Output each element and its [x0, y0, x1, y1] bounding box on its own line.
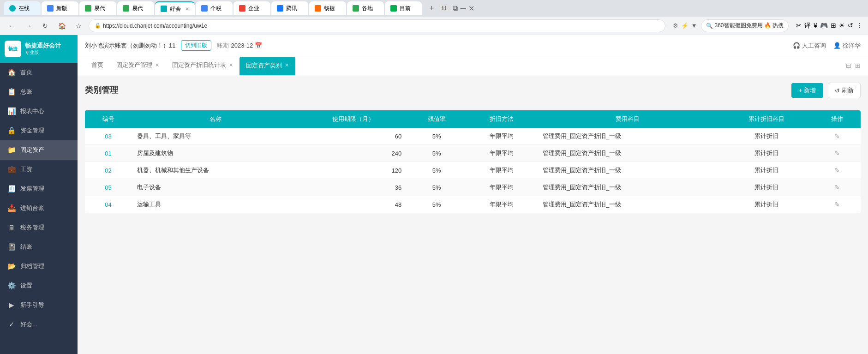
col-header-period: 使用期限（月） [300, 110, 407, 128]
cell-name-3: 电子设备 [132, 179, 299, 196]
settings-menu-icon[interactable]: ⋮ [856, 22, 862, 30]
cell-method-0: 年限平均 [466, 128, 537, 145]
browser-tab-yidai1[interactable]: 易代 [79, 1, 116, 15]
close-window-button[interactable]: ✕ [468, 4, 474, 13]
cell-rate-0: 5% [407, 128, 466, 145]
closing-icon: 📓 [7, 243, 16, 251]
sidebar-item-funds[interactable]: 🔒 资金管理 [0, 121, 78, 140]
search-icon: 🔍 [706, 23, 713, 29]
tab-fixed-assets-mgmt-close[interactable]: ✕ [155, 62, 159, 68]
code-link-0[interactable]: 03 [105, 133, 111, 140]
funds-icon: 🔒 [7, 126, 16, 135]
sidebar-item-haohui[interactable]: ✓ 好会... [0, 315, 78, 334]
tab-asset-category[interactable]: 固定资产类别 ✕ [239, 57, 295, 75]
wallet-icon[interactable]: ¥ [814, 22, 817, 30]
browser-search-bar[interactable]: 🔍 360智能抠图免费用 🔥 热搜 [701, 19, 789, 32]
browser-tab-gedi[interactable]: 各地 [347, 1, 384, 15]
switch-to-old-version-button[interactable]: 切到旧版 [181, 40, 211, 51]
table-row: 03 器具、工具、家具等 60 5% 年限平均 管理费用_固定资产折旧_一级 累… [85, 128, 861, 145]
edit-button-2[interactable]: ✎ [834, 167, 840, 174]
add-button[interactable]: + 新增 [791, 83, 823, 98]
brightness-icon[interactable]: ☀ [839, 22, 845, 30]
cell-period-3: 36 [300, 179, 407, 196]
translate-icon[interactable]: 译 [804, 22, 811, 30]
game-icon[interactable]: 🎮 [820, 22, 828, 30]
browser-tab-tengxun[interactable]: 腾讯 [271, 1, 308, 15]
sidebar-label-tutorial: 新手引导 [20, 301, 44, 309]
code-link-4[interactable]: 04 [105, 201, 111, 208]
home-button[interactable]: 🏠 [55, 19, 68, 32]
sidebar-item-general-ledger[interactable]: 📋 总账 [0, 82, 78, 102]
calendar-icon[interactable]: 📅 [255, 42, 262, 49]
lightning-icon[interactable]: ⚡ [681, 22, 688, 29]
tab-expand-button[interactable]: ⊞ [855, 62, 861, 69]
sidebar-item-invoice[interactable]: 🧾 发票管理 [0, 179, 78, 198]
cell-period-4: 48 [300, 196, 407, 213]
cell-expense-1: 管理费用_固定资产折旧_一级 [537, 145, 719, 162]
col-header-rate: 残值率 [407, 110, 466, 128]
forward-button[interactable]: → [22, 19, 35, 32]
site-info-icon[interactable]: ⚙ [673, 22, 678, 29]
tab-depreciation-table[interactable]: 固定资产折旧统计表 ✕ [166, 56, 239, 75]
sidebar-item-home[interactable]: 🏠 首页 [0, 63, 78, 82]
more-nav-icon[interactable]: ▼ [691, 22, 697, 29]
cell-code-1: 01 [85, 145, 132, 162]
tab-asset-category-close[interactable]: ✕ [285, 62, 289, 68]
new-tab-button[interactable]: + [427, 4, 436, 13]
browser-tab-changjie[interactable]: 畅捷 [309, 1, 346, 15]
browser-tab-haohui[interactable]: 好会 ✕ [155, 1, 195, 15]
browser-tab-xinban[interactable]: 新版 [42, 1, 78, 15]
scissors-icon[interactable]: ✂ [796, 22, 802, 30]
browser-tab-zaixin[interactable]: 在线 [4, 1, 41, 15]
code-link-2[interactable]: 02 [105, 167, 111, 174]
edit-button-4[interactable]: ✎ [834, 201, 840, 208]
sidebar-item-fixed-assets[interactable]: 📁 固定资产 [0, 140, 78, 160]
browser-tab-muqian[interactable]: 目前 [385, 1, 422, 15]
browser-tab-gesui[interactable]: 个税 [196, 1, 233, 15]
browser-tab-yidai2[interactable]: 易代 [117, 1, 154, 15]
sidebar-label-haohui: 好会... [20, 320, 37, 329]
category-table: 编号 名称 使用期限（月） 残值率 折旧方法 费用科目 累计折旧科目 操作 03… [85, 110, 861, 213]
tab-depreciation-table-close[interactable]: ✕ [229, 62, 233, 68]
table-row: 05 电子设备 36 5% 年限平均 管理费用_固定资产折旧_一级 累计折旧 ✎ [85, 179, 861, 196]
sidebar-item-settings[interactable]: ⚙️ 设置 [0, 276, 78, 295]
sidebar-item-reports[interactable]: 📊 报表中心 [0, 102, 78, 121]
edit-button-1[interactable]: ✎ [834, 150, 840, 157]
sidebar-item-closing[interactable]: 📓 结账 [0, 237, 78, 257]
sidebar-item-tutorial[interactable]: ▶ 新手引导 [0, 295, 78, 315]
edit-button-3[interactable]: ✎ [834, 184, 840, 191]
period-display: 账期 2023-12 📅 [217, 42, 262, 50]
refresh-button[interactable]: ↺ 刷新 [828, 83, 861, 98]
code-link-3[interactable]: 05 [105, 184, 111, 191]
minimize-button[interactable]: ─ [461, 4, 466, 12]
bookmark-button[interactable]: ☆ [72, 19, 85, 32]
sidebar-item-purchase-sales[interactable]: 📥 进销台账 [0, 198, 78, 218]
tab-home[interactable]: 首页 [85, 56, 110, 75]
restore-window-button[interactable]: ⧉ [453, 4, 458, 12]
user-area[interactable]: 👤 徐泽华 [833, 42, 861, 50]
cell-expense-2: 管理费用_固定资产折旧_一级 [537, 162, 719, 179]
edit-button-0[interactable]: ✎ [834, 132, 840, 140]
code-link-1[interactable]: 01 [105, 150, 111, 157]
tab-fixed-assets-mgmt[interactable]: 固定资产管理 ✕ [110, 56, 166, 75]
tab-collapse-button[interactable]: ⊟ [846, 62, 851, 69]
help-area[interactable]: 🎧 人工咨询 [793, 42, 826, 50]
sidebar-item-payroll[interactable]: 💼 工资 [0, 160, 78, 179]
undo-icon[interactable]: ↺ [848, 22, 853, 30]
address-text: https://cloud.chanjet.com/accounting/uw1… [103, 23, 207, 29]
cell-accum-1: 累计折旧 [718, 145, 814, 162]
table-row: 01 房屋及建筑物 240 5% 年限平均 管理费用_固定资产折旧_一级 累计折… [85, 145, 861, 162]
period-label: 账期 [217, 42, 229, 50]
sidebar-item-archive[interactable]: 📂 归档管理 [0, 257, 78, 276]
refresh-button[interactable]: ↻ [39, 19, 52, 32]
sidebar-item-tax[interactable]: 🖩 税务管理 [0, 218, 78, 237]
address-bar[interactable]: 🔒 https://cloud.chanjet.com/accounting/u… [89, 19, 665, 32]
browser-tab-qiye[interactable]: 企业 [233, 1, 270, 15]
cell-rate-4: 5% [407, 196, 466, 213]
col-header-code: 编号 [85, 110, 132, 128]
browser-tab-close[interactable]: ✕ [186, 6, 189, 12]
back-button[interactable]: ← [6, 19, 18, 32]
main-content-area: 类别管理 + 新增 ↺ 刷新 编号 名称 使用期限（月） 残值率 [78, 75, 868, 354]
grid-icon[interactable]: ⊞ [831, 22, 836, 30]
ssl-lock-icon: 🔒 [95, 23, 101, 29]
